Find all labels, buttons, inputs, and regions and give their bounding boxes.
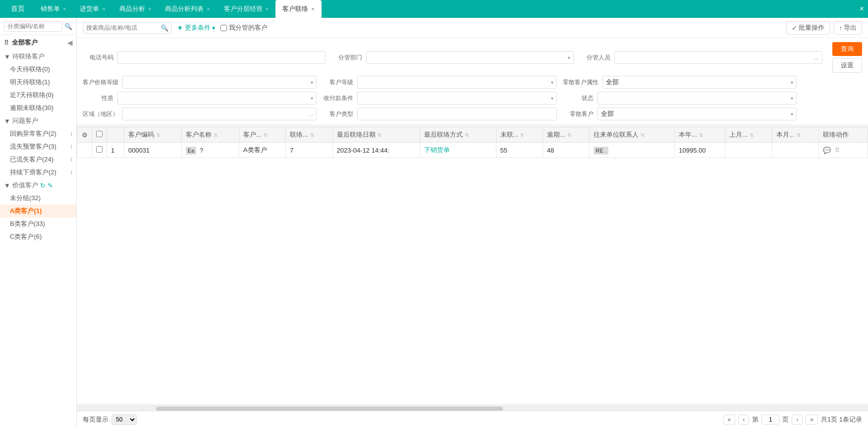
sidebar-group-pending[interactable]: ▼ 待联络客户 xyxy=(0,50,76,63)
table-thisyear-header[interactable]: 本年...⇅ xyxy=(675,127,725,143)
more-filters-btn[interactable]: ▼ 更多条件 ▾ xyxy=(177,23,216,32)
settings-button[interactable]: 设置 xyxy=(832,58,862,73)
dept-select[interactable]: ▾ xyxy=(366,51,574,64)
close-segmentation-tab[interactable]: × xyxy=(266,6,269,12)
sidebar-group-value[interactable]: ▼ 价值客户 ↻ ✎ xyxy=(0,179,76,192)
sidebar-all-customers[interactable]: ⠿ 全部客户 ◀ xyxy=(0,35,76,50)
row-thisyear-cell: 10995.00 xyxy=(675,143,725,158)
collapse-icon[interactable]: ◀ xyxy=(67,39,72,47)
nature-select[interactable]: ▾ xyxy=(117,92,317,105)
table-settings-header[interactable]: ⚙ xyxy=(77,127,92,143)
sidebar-item-overdue-contact[interactable]: 逾期未联络(30) xyxy=(0,102,76,114)
table-lastmethod-header[interactable]: 最后联络方式⇅ xyxy=(420,127,496,143)
filter-retail-attr: 零散客户属性 全部 ▾ xyxy=(563,76,797,89)
table-lastmonth-header[interactable]: 上月...⇅ xyxy=(725,127,772,143)
table-overdue-header[interactable]: 逾期...⇅ xyxy=(542,127,589,143)
price-level-select[interactable]: ▾ xyxy=(122,76,317,89)
page-number-input[interactable] xyxy=(761,415,779,425)
person-input[interactable]: ... xyxy=(614,51,822,64)
table-name-header[interactable]: 客户名称⇅ xyxy=(181,127,239,143)
last-page-btn[interactable]: » xyxy=(806,415,818,425)
cust-type-input[interactable] xyxy=(357,107,556,120)
main-layout: 🔍 ⠿ 全部客户 ◀ ▼ 待联络客户 今天待联络(0) 明天待联络(1) 近7天… xyxy=(0,18,868,428)
nav-tab-analysis-list[interactable]: 商品分析列表 × xyxy=(158,0,217,18)
status-select[interactable]: ▾ xyxy=(597,92,797,105)
cust-level-select[interactable]: ▾ xyxy=(357,76,556,89)
triangle-icon3: ▼ xyxy=(4,182,10,189)
status-arrow-icon: ▾ xyxy=(791,96,793,101)
my-customers-checkbox[interactable]: 我分管的客户 xyxy=(220,23,268,32)
nav-tab-purchase[interactable]: 进货单 × xyxy=(73,0,112,18)
sidebar-item-tomorrow[interactable]: 明天待联络(1) xyxy=(0,76,76,89)
table-nocontact-header[interactable]: 未联...⇅ xyxy=(496,127,542,143)
retail-attr-select[interactable]: 全部 ▾ xyxy=(602,76,797,89)
close-contact-tab[interactable]: × xyxy=(311,6,314,12)
filter-cust-type: 客户类型 xyxy=(323,107,556,120)
sidebar-item-churned[interactable]: 已流失客户(24) ℹ xyxy=(0,153,76,166)
retail-cust-select[interactable]: 全部 ▾ xyxy=(597,107,797,120)
sidebar-group-problem[interactable]: ▼ 问题客户 xyxy=(0,114,76,127)
sidebar-item-declining[interactable]: 持续下滑客户(2) ℹ xyxy=(0,166,76,179)
row-name-cell[interactable]: Ea ? xyxy=(181,143,239,158)
sidebar-item-a-class[interactable]: A类客户(1) xyxy=(0,205,76,217)
query-button[interactable]: 查询 xyxy=(832,42,862,56)
more-icon[interactable]: ⠿ xyxy=(835,147,840,154)
table-contact-header[interactable]: 联络...⇅ xyxy=(286,127,332,143)
close-analysis-list-tab[interactable]: × xyxy=(207,6,210,12)
my-customers-check[interactable] xyxy=(220,25,227,31)
search-input[interactable] xyxy=(86,24,161,31)
sidebar-search-input[interactable] xyxy=(4,21,62,32)
sidebar-item-today[interactable]: 今天待联络(0) xyxy=(0,63,76,76)
close-all-tabs[interactable]: × xyxy=(860,4,864,13)
next-page-btn[interactable]: › xyxy=(792,415,803,425)
payment-select[interactable]: ▾ xyxy=(357,92,556,105)
sidebar-item-c-class[interactable]: C类客户(6) xyxy=(0,230,76,243)
first-page-btn[interactable]: « xyxy=(723,415,736,425)
nav-tab-analysis[interactable]: 商品分析 × xyxy=(112,0,158,18)
edit-icon[interactable]: ✎ xyxy=(48,182,53,189)
nav-home[interactable]: 首页 xyxy=(4,0,32,18)
refresh-icon[interactable]: ↻ xyxy=(40,182,46,189)
filter-phone: 电话号码 xyxy=(83,51,326,64)
table-type-header[interactable]: 客户...⇅ xyxy=(239,127,285,143)
last-method-link[interactable]: 下销货单 xyxy=(424,146,450,154)
row-checkbox-cell[interactable] xyxy=(92,143,107,158)
horizontal-scrollbar[interactable] xyxy=(77,406,868,411)
sidebar-item-ungrouped[interactable]: 未分组(32) xyxy=(0,192,76,205)
close-purchase-tab[interactable]: × xyxy=(102,6,105,12)
region-input[interactable]: ... xyxy=(122,107,317,120)
row-lastmethod-cell[interactable]: 下销货单 xyxy=(420,143,496,158)
row-checkbox[interactable] xyxy=(96,146,103,153)
sidebar-item-churn-warning[interactable]: 流失预警客户(3) ℹ xyxy=(0,140,76,153)
search-icon[interactable]: 🔍 xyxy=(161,24,168,32)
nav-tab-segmentation[interactable]: 客户分层经营 × xyxy=(217,0,275,18)
info-icon-2: ℹ xyxy=(70,144,72,150)
sidebar-search-icon[interactable]: 🔍 xyxy=(64,23,72,30)
sort-type-icon: ⇅ xyxy=(264,132,268,138)
close-analysis-tab[interactable]: × xyxy=(148,6,151,12)
prev-page-btn[interactable]: ‹ xyxy=(738,415,749,425)
table-lastdate-header[interactable]: 最后联络日期⇅ xyxy=(332,127,420,143)
message-icon[interactable]: 💬 xyxy=(823,147,831,154)
select-all-checkbox[interactable] xyxy=(96,131,103,137)
filter-retail-cust: 零散客户 全部 ▾ xyxy=(563,107,797,120)
table-action-header: 联络动作 xyxy=(819,127,868,143)
export-button[interactable]: ↑ 导出 xyxy=(834,21,863,35)
sidebar-item-7days[interactable]: 近7天待联络(0) xyxy=(0,89,76,102)
nav-tab-contact[interactable]: 客户联络 × xyxy=(275,0,321,18)
data-table-container: ⚙ 客户编码⇅ 客户名称⇅ 客户...⇅ xyxy=(77,127,868,404)
table-thismonth-header[interactable]: 本月...⇅ xyxy=(772,127,818,143)
batch-ops-button[interactable]: ✓ 批量操作 xyxy=(786,21,830,35)
filter-cust-level: 客户等级 ▾ xyxy=(323,76,556,89)
phone-input[interactable] xyxy=(117,51,326,64)
sidebar-item-abnormal[interactable]: 回购异常客户(2) ℹ xyxy=(0,127,76,140)
table-unitcontact-header[interactable]: 往来单位联系人⇅ xyxy=(590,127,675,143)
row-action-cell: 💬 ⠿ xyxy=(819,143,868,158)
table-code-header[interactable]: 客户编码⇅ xyxy=(124,127,181,143)
close-sales-tab[interactable]: × xyxy=(63,6,66,12)
table-select-all-header[interactable] xyxy=(92,127,107,143)
nav-tab-sales[interactable]: 销售单 × xyxy=(34,0,73,18)
page-size-select[interactable]: 50 100 200 xyxy=(111,414,137,425)
sidebar-item-b-class[interactable]: B类客户(33) xyxy=(0,217,76,230)
scrollbar-thumb[interactable] xyxy=(156,407,503,411)
